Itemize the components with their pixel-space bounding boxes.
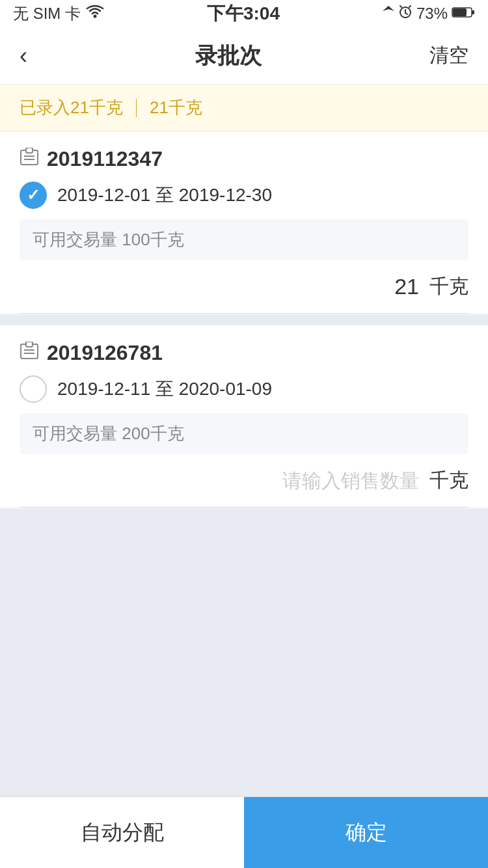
- svg-rect-11: [26, 148, 33, 153]
- page-title: 录批次: [195, 41, 262, 71]
- batch-date-2: 2019-12-11 至 2020-01-09: [57, 377, 272, 401]
- svg-marker-1: [383, 6, 394, 11]
- status-right: 73%: [383, 5, 475, 23]
- qty-divider-1: [20, 313, 468, 314]
- batch-card-1: 2019112347 2019-12-01 至 2019-12-30 可用交易量…: [0, 131, 488, 314]
- confirm-button[interactable]: 确定: [244, 797, 488, 868]
- batch-avail-1: 可用交易量 100千克: [33, 230, 184, 249]
- svg-line-4: [405, 13, 407, 14]
- batch-date-row-1: 2019-12-01 至 2019-12-30: [0, 176, 488, 214]
- back-button[interactable]: ‹: [20, 42, 27, 70]
- battery-icon: [452, 5, 475, 23]
- svg-line-6: [409, 6, 411, 7]
- batch-avail-2: 可用交易量 200千克: [33, 424, 184, 443]
- qty-divider-2: [20, 507, 468, 508]
- qty-unit-1: 千克: [429, 273, 468, 300]
- batch-date-1: 2019-12-01 至 2019-12-30: [57, 183, 272, 208]
- banner-divider: [136, 99, 137, 117]
- svg-rect-8: [472, 10, 474, 14]
- batch-icon-2: [20, 342, 39, 364]
- auto-distribute-button[interactable]: 自动分配: [0, 797, 244, 868]
- batch-radio-1[interactable]: [20, 182, 47, 209]
- content-area: 已录入21千克 21千克 2019112347 2019-12-01 至 201…: [0, 85, 488, 868]
- batch-id-2: 2019126781: [47, 341, 163, 365]
- qty-input-2[interactable]: [250, 470, 419, 492]
- recorded-amount: 已录入21千克: [20, 96, 123, 119]
- info-banner: 已录入21千克 21千克: [0, 85, 488, 131]
- svg-point-0: [94, 15, 97, 18]
- qty-input-1[interactable]: [367, 274, 419, 299]
- empty-area: [0, 509, 488, 821]
- battery-text: 73%: [416, 5, 448, 23]
- qty-row-1: 千克: [0, 260, 488, 313]
- svg-rect-9: [453, 8, 467, 16]
- alarm-icon: [398, 5, 413, 23]
- batch-avail-row-2: 可用交易量 200千克: [20, 413, 468, 454]
- batch-date-row-2: 2019-12-11 至 2020-01-09: [0, 370, 488, 408]
- status-left: 无 SIM 卡: [13, 3, 104, 24]
- nav-bar: ‹ 录批次 清空: [0, 27, 488, 85]
- location-icon: [383, 5, 394, 23]
- batch-id-1: 2019112347: [47, 147, 163, 171]
- batch-radio-2[interactable]: [20, 375, 47, 403]
- batch-card-2: 2019126781 2019-12-11 至 2020-01-09 可用交易量…: [0, 325, 488, 508]
- batch-avail-row-1: 可用交易量 100千克: [20, 219, 468, 260]
- bottom-bar: 自动分配 确定: [0, 796, 488, 868]
- section-divider: [0, 315, 488, 325]
- batch-icon-1: [20, 148, 39, 170]
- clear-button[interactable]: 清空: [429, 42, 468, 69]
- total-amount: 21千克: [150, 96, 202, 119]
- batch-header-2: 2019126781: [0, 325, 488, 370]
- no-sim-text: 无 SIM 卡: [13, 3, 81, 24]
- batch-header-1: 2019112347: [0, 131, 488, 176]
- qty-unit-2: 千克: [429, 467, 468, 494]
- status-time: 下午3:04: [207, 1, 280, 26]
- status-bar: 无 SIM 卡 下午3:04 73: [0, 0, 488, 27]
- wifi-icon: [86, 5, 104, 23]
- qty-row-2: 千克: [0, 454, 488, 507]
- svg-line-5: [400, 6, 401, 7]
- svg-rect-15: [26, 342, 33, 347]
